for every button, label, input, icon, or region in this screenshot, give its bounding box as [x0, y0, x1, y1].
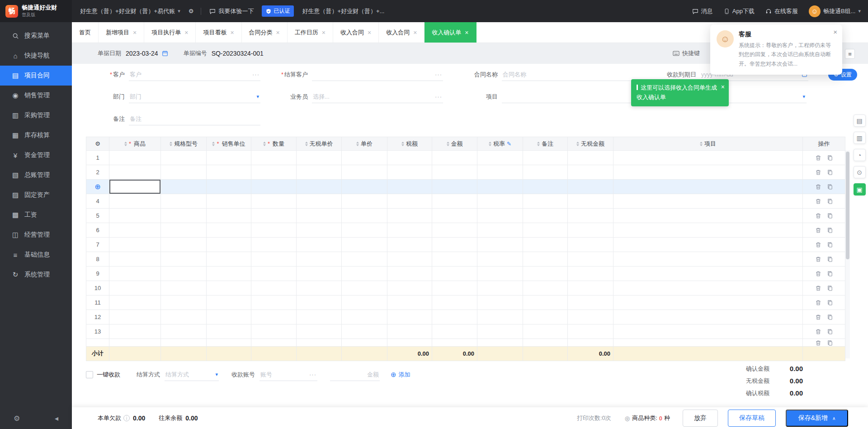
- settle-method-input[interactable]: [165, 371, 213, 378]
- tab-close-icon[interactable]: ×: [413, 29, 417, 36]
- sidebar-item-12[interactable]: ↻系统管理: [0, 265, 72, 285]
- grid-cell[interactable]: [477, 281, 523, 296]
- tab-6[interactable]: 收入合同×: [333, 22, 379, 43]
- grid-row-5[interactable]: 5: [86, 209, 845, 223]
- copy-row-icon[interactable]: [827, 271, 833, 277]
- sidebar-item-2[interactable]: ▤项目合同: [0, 66, 72, 86]
- grid-cell[interactable]: [109, 296, 161, 310]
- tax-rate-edit-icon[interactable]: ✎: [507, 141, 511, 147]
- grid-cell[interactable]: [387, 310, 432, 324]
- grid-cell[interactable]: [161, 267, 207, 281]
- grid-cell[interactable]: [523, 252, 568, 267]
- salesman-input[interactable]: [313, 93, 433, 100]
- grid-cell[interactable]: [251, 324, 297, 339]
- grid-cell[interactable]: [613, 296, 803, 310]
- grid-cell[interactable]: [568, 339, 613, 347]
- sort-icon[interactable]: [447, 142, 449, 146]
- grid-cell[interactable]: [613, 281, 803, 296]
- grid-row-13[interactable]: 13: [86, 324, 845, 339]
- grid-cell[interactable]: [387, 296, 432, 310]
- grid-cell[interactable]: [613, 267, 803, 281]
- grid-cell[interactable]: [297, 281, 342, 296]
- messages-button[interactable]: 消息: [692, 7, 713, 15]
- grid-row-10[interactable]: 10: [86, 281, 845, 296]
- grid-cell[interactable]: [297, 296, 342, 310]
- grid-cell[interactable]: [477, 165, 523, 180]
- copy-row-icon[interactable]: [827, 300, 833, 306]
- grid-cell[interactable]: [161, 310, 207, 324]
- sort-icon[interactable]: [356, 142, 359, 146]
- copy-row-icon[interactable]: [827, 340, 833, 346]
- grid-cell[interactable]: [251, 180, 297, 194]
- sort-icon[interactable]: [576, 142, 579, 146]
- grid-cell[interactable]: [477, 209, 523, 223]
- grid-cell[interactable]: [207, 310, 251, 324]
- copy-row-icon[interactable]: [827, 169, 833, 176]
- delete-row-icon[interactable]: [815, 155, 821, 161]
- experience-link[interactable]: 我要体验一下: [209, 7, 254, 15]
- grid-cell[interactable]: [342, 194, 387, 209]
- row-number[interactable]: ⊕: [86, 180, 109, 194]
- grid-cell[interactable]: [342, 223, 387, 238]
- grid-scrollbar-thumb[interactable]: [846, 152, 849, 259]
- image-assistant-icon[interactable]: ▣: [854, 183, 866, 195]
- grid-cell[interactable]: [387, 267, 432, 281]
- tab-4[interactable]: 合同分类×: [242, 22, 288, 43]
- grid-cell[interactable]: [109, 209, 161, 223]
- doc-date-value[interactable]: 2023-03-24: [126, 50, 158, 57]
- grid-cell[interactable]: [207, 281, 251, 296]
- ellipsis-picker-icon[interactable]: ···: [252, 71, 259, 78]
- row-number[interactable]: 9: [86, 267, 109, 281]
- grid-cell[interactable]: [477, 339, 523, 347]
- column-header-10[interactable]: 无税金额: [568, 137, 613, 151]
- delete-row-icon[interactable]: [815, 198, 821, 205]
- grid-cell[interactable]: [342, 165, 387, 180]
- grid-row-1[interactable]: 1: [86, 151, 845, 165]
- grid-cell[interactable]: [568, 238, 613, 252]
- copy-row-icon[interactable]: [827, 184, 833, 190]
- grid-cell[interactable]: [207, 194, 251, 209]
- sidebar-item-7[interactable]: ▧总账管理: [0, 165, 72, 185]
- grid-cell[interactable]: [432, 151, 477, 165]
- grid-cell[interactable]: [477, 310, 523, 324]
- info-icon[interactable]: i: [123, 415, 130, 421]
- delete-row-icon[interactable]: [815, 340, 821, 346]
- grid-cell[interactable]: [251, 238, 297, 252]
- grid-cell[interactable]: [432, 223, 477, 238]
- grid-cell[interactable]: [207, 238, 251, 252]
- grid-cell[interactable]: [523, 339, 568, 347]
- grid-cell[interactable]: [342, 151, 387, 165]
- save-draft-button[interactable]: 保存草稿: [728, 410, 776, 427]
- grid-cell[interactable]: [477, 223, 523, 238]
- sidebar-item-9[interactable]: ▩工资: [0, 205, 72, 225]
- grid-cell[interactable]: [161, 165, 207, 180]
- copy-row-icon[interactable]: [827, 329, 833, 335]
- grid-cell[interactable]: [297, 180, 342, 194]
- grid-cell[interactable]: [387, 223, 432, 238]
- online-service-button[interactable]: 在线客服: [765, 7, 798, 15]
- grid-cell[interactable]: [477, 296, 523, 310]
- copy-row-icon[interactable]: [827, 213, 833, 219]
- grid-cell[interactable]: [342, 296, 387, 310]
- column-header-9[interactable]: 备注: [523, 137, 568, 151]
- grid-cell[interactable]: [161, 252, 207, 267]
- grid-cell[interactable]: [568, 209, 613, 223]
- grid-cell[interactable]: [613, 252, 803, 267]
- app-download-button[interactable]: App下载: [724, 7, 755, 15]
- delete-row-icon[interactable]: [815, 314, 821, 320]
- grid-cell[interactable]: [523, 281, 568, 296]
- grid-cell[interactable]: [251, 151, 297, 165]
- remark-input[interactable]: [130, 115, 259, 122]
- row-number[interactable]: 11: [86, 296, 109, 310]
- grid-cell[interactable]: [251, 267, 297, 281]
- row-number[interactable]: 6: [86, 223, 109, 238]
- grid-row-7[interactable]: 7: [86, 238, 845, 252]
- popup-close-icon[interactable]: ×: [833, 28, 837, 36]
- grid-cell[interactable]: [432, 339, 477, 347]
- copy-row-icon[interactable]: [827, 285, 833, 291]
- grid-cell[interactable]: [109, 151, 161, 165]
- tab-close-icon[interactable]: ×: [276, 29, 280, 36]
- column-header-5[interactable]: 单价: [342, 137, 387, 151]
- grid-cell[interactable]: [161, 339, 207, 347]
- grid-cell[interactable]: [387, 252, 432, 267]
